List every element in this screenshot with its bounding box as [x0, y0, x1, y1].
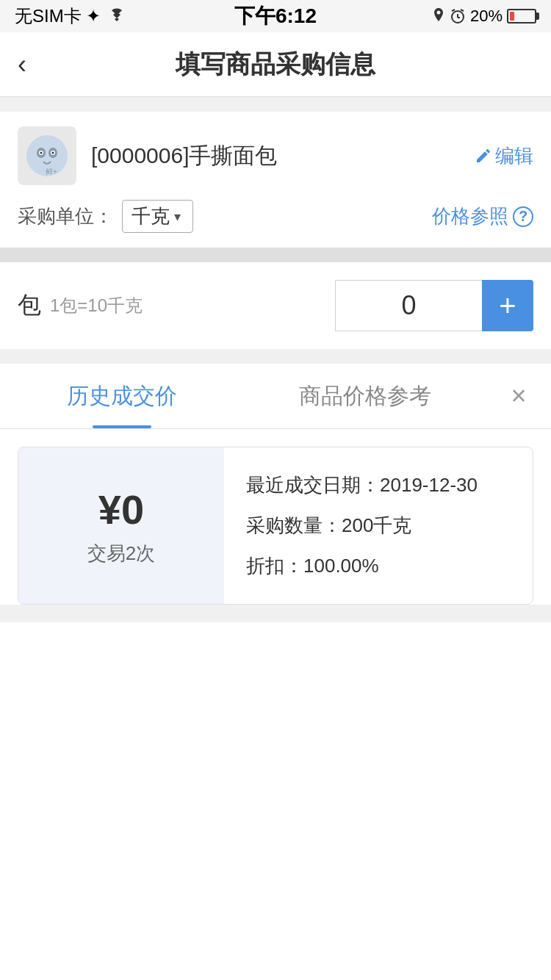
product-thumbnail: 鲜+: [18, 126, 76, 185]
discount-row: 折扣：100.00%: [246, 552, 511, 580]
svg-text:鲜+: 鲜+: [46, 167, 57, 176]
status-left: 无SIM卡 ✦: [15, 4, 127, 28]
battery-percent: 20%: [470, 7, 503, 26]
qty-plus-button[interactable]: +: [482, 280, 533, 331]
status-time: 下午6:12: [234, 2, 317, 30]
product-name: [0000006]手撕面包: [91, 141, 277, 171]
svg-line-4: [461, 10, 464, 11]
edit-icon: [475, 147, 492, 165]
tab-history[interactable]: 历史成交价: [0, 364, 243, 428]
section-divider: [0, 248, 551, 262]
close-button[interactable]: ×: [486, 364, 551, 428]
back-button[interactable]: ‹: [18, 49, 26, 80]
edit-button[interactable]: 编辑: [475, 143, 533, 169]
carrier-text: 无SIM卡 ✦: [15, 4, 101, 28]
card-right: 最近成交日期：2019-12-30 采购数量：200千克 折扣：100.00%: [224, 447, 533, 604]
product-section: 鲜+ [0000006]手撕面包 编辑 采购单位： 千克 价格参照 ?: [0, 112, 551, 248]
tabs-bar: 历史成交价 商品价格参考 ×: [0, 364, 551, 429]
status-bar: 无SIM卡 ✦ 下午6:12 20%: [0, 0, 551, 32]
qty-label: 包 1包=10千克: [18, 289, 143, 322]
purchase-qty-row: 采购数量：200千克: [246, 511, 511, 540]
svg-point-11: [52, 152, 54, 154]
card-trades: 交易2次: [87, 541, 155, 566]
history-card: ¥0 交易2次 最近成交日期：2019-12-30 采购数量：200千克 折扣：…: [18, 447, 533, 605]
tab-reference[interactable]: 商品价格参考: [243, 364, 486, 428]
product-footer: 采购单位： 千克 价格参照 ?: [18, 200, 533, 233]
bottom-space: [0, 622, 551, 980]
panel-container: 历史成交价 商品价格参考 × ¥0 交易2次 最近成交日期：2019-12-30…: [0, 364, 551, 605]
svg-line-3: [452, 10, 455, 11]
battery-icon: [507, 9, 536, 24]
alarm-icon: [450, 8, 466, 24]
card-left: ¥0 交易2次: [18, 447, 224, 604]
nav-bar: ‹ 填写商品采购信息: [0, 32, 551, 97]
purchase-unit: 采购单位： 千克: [18, 200, 193, 233]
recent-date-row: 最近成交日期：2019-12-30: [246, 471, 511, 500]
price-ref-icon: ?: [513, 206, 533, 227]
product-thumb-icon: 鲜+: [25, 134, 69, 178]
product-header: 鲜+ [0000006]手撕面包 编辑: [18, 126, 533, 185]
qty-control: 0 +: [335, 280, 533, 331]
status-right: 20%: [432, 7, 536, 26]
card-price: ¥0: [98, 486, 144, 533]
location-icon: [432, 8, 445, 24]
quantity-row: 包 1包=10千克 0 +: [0, 262, 551, 349]
product-left: 鲜+ [0000006]手撕面包: [18, 126, 277, 185]
wifi-icon: [107, 8, 127, 24]
svg-point-10: [40, 152, 43, 154]
qty-input[interactable]: 0: [335, 280, 482, 331]
price-reference-button[interactable]: 价格参照 ?: [432, 203, 533, 229]
page-title: 填写商品采购信息: [176, 48, 375, 82]
unit-selector[interactable]: 千克: [122, 200, 193, 233]
